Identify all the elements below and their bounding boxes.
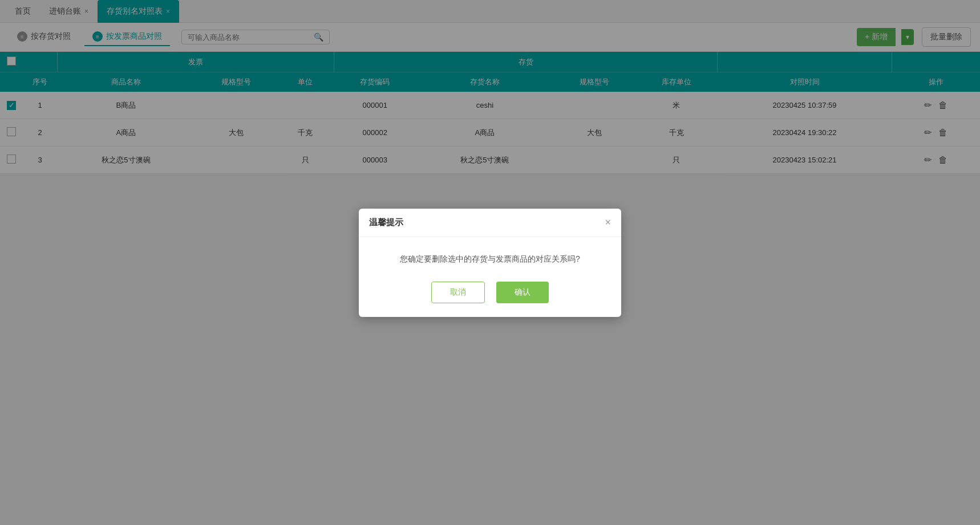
modal-overlay[interactable]: 温馨提示 × 您确定要删除选中的存货与发票商品的对应关系吗? 取消 确认 <box>0 0 980 174</box>
